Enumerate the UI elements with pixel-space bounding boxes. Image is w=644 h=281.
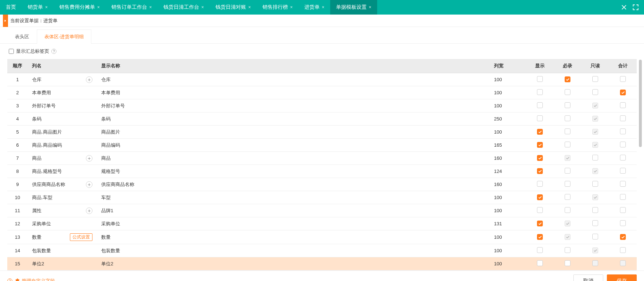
table-row[interactable]: 5商品.商品图片商品图片100 [7, 126, 637, 139]
fullscreen-icon[interactable] [632, 4, 639, 11]
tab-close-icon[interactable]: × [322, 5, 324, 10]
cell-width[interactable]: 131 [490, 217, 526, 230]
help-icon[interactable]: ? [51, 49, 56, 54]
cell-display-name[interactable]: 条码 [97, 112, 490, 126]
table-row[interactable]: 6商品.商品编码商品编码165 [7, 139, 637, 152]
vertical-scrollbar[interactable] [638, 59, 643, 270]
checkbox[interactable] [565, 194, 570, 200]
tab-close-icon[interactable]: × [97, 5, 100, 10]
checkbox[interactable] [592, 155, 598, 161]
checkbox[interactable] [592, 234, 598, 240]
cell-width[interactable]: 165 [490, 139, 526, 152]
save-button[interactable]: 保存 [607, 274, 637, 281]
checkbox[interactable] [537, 76, 543, 82]
checkbox[interactable] [620, 194, 626, 200]
checkbox[interactable] [620, 234, 626, 240]
checkbox[interactable] [620, 220, 626, 226]
add-icon[interactable]: + [86, 207, 92, 214]
table-row[interactable]: 7商品+商品160 [7, 152, 637, 165]
checkbox[interactable] [537, 221, 543, 226]
checkbox[interactable] [565, 260, 570, 266]
cell-display-name[interactable]: 仓库 [97, 73, 490, 86]
checkbox[interactable] [592, 207, 598, 213]
table-row[interactable]: 13数量公式设置数量100 [7, 230, 637, 244]
tab-close-icon[interactable]: × [45, 5, 48, 10]
checkbox[interactable] [620, 90, 626, 95]
top-tab[interactable]: 首页 [0, 0, 22, 15]
checkbox[interactable] [537, 247, 543, 253]
checkbox[interactable] [537, 129, 543, 135]
checkbox[interactable] [565, 181, 570, 187]
checkbox[interactable] [537, 102, 543, 108]
top-tab[interactable]: 进货单× [299, 0, 330, 15]
collapse-handle-icon[interactable] [3, 15, 8, 27]
tab-close-icon[interactable]: × [290, 5, 293, 10]
cell-width[interactable]: 160 [490, 152, 526, 165]
top-tab[interactable]: 销售订单工作台× [106, 0, 158, 15]
top-tab[interactable]: 钱货日清工作台× [158, 0, 210, 15]
table-row[interactable]: 14包装数量包装数量100 [7, 244, 637, 257]
checkbox[interactable] [565, 102, 570, 108]
cell-width[interactable]: 100 [490, 257, 526, 270]
cell-display-name[interactable]: 采购单位 [97, 217, 490, 230]
subtab[interactable]: 表头区 [7, 29, 37, 44]
checkbox[interactable] [620, 142, 626, 147]
checkbox[interactable] [565, 168, 570, 174]
cell-width[interactable]: 100 [490, 86, 526, 99]
cell-display-name[interactable]: 规格型号 [97, 165, 490, 178]
checkbox[interactable] [565, 89, 570, 95]
cell-display-name[interactable]: 商品 [97, 152, 490, 165]
cell-display-name[interactable]: 商品编码 [97, 139, 490, 152]
cell-width[interactable]: 160 [490, 178, 526, 191]
checkbox[interactable] [565, 207, 570, 213]
checkbox[interactable] [537, 89, 543, 95]
top-tab[interactable]: 单据模板设置× [330, 0, 377, 15]
checkbox[interactable] [620, 155, 626, 161]
add-icon[interactable]: + [86, 76, 92, 83]
cell-display-name[interactable]: 供应商商品名称 [97, 178, 490, 191]
top-tab[interactable]: 销售排行榜× [257, 0, 299, 15]
checkbox[interactable] [537, 260, 543, 266]
checkbox[interactable] [620, 128, 626, 134]
formula-tag[interactable]: 公式设置 [70, 233, 92, 241]
cell-display-name[interactable]: 数量 [97, 230, 490, 244]
checkbox[interactable] [620, 207, 626, 213]
checkbox[interactable] [565, 247, 570, 253]
subtab[interactable]: 表体区-进货单明细 [37, 29, 91, 44]
table-row[interactable]: 4条码条码250 [7, 112, 637, 126]
checkbox[interactable] [537, 168, 543, 174]
cell-display-name[interactable]: 包装数量 [97, 244, 490, 257]
checkbox[interactable] [537, 155, 543, 161]
cell-display-name[interactable]: 本单费用 [97, 86, 490, 99]
tab-close-icon[interactable]: × [248, 5, 251, 10]
cell-width[interactable]: 100 [490, 126, 526, 139]
cell-display-name[interactable]: 商品图片 [97, 126, 490, 139]
top-tab[interactable]: 销售费用分摊单× [54, 0, 106, 15]
table-row[interactable]: 3外部订单号外部订单号100 [7, 99, 637, 112]
table-row[interactable]: 11属性+品牌1100 [7, 204, 637, 217]
cell-width[interactable]: 124 [490, 165, 526, 178]
checkbox[interactable] [537, 234, 543, 240]
manage-custom-fields-link[interactable]: 管理自定义字段 [22, 278, 55, 281]
checkbox[interactable] [592, 181, 598, 187]
add-icon[interactable]: + [86, 181, 92, 188]
tab-close-icon[interactable]: × [369, 5, 371, 10]
checkbox[interactable] [592, 76, 598, 82]
cell-display-name[interactable]: 外部订单号 [97, 99, 490, 112]
checkbox[interactable] [620, 102, 626, 108]
table-row[interactable]: 9供应商商品名称+供应商商品名称160 [7, 178, 637, 191]
table-row[interactable]: 1仓库+仓库100 [7, 73, 637, 86]
cell-width[interactable]: 100 [490, 244, 526, 257]
cell-width[interactable]: 100 [490, 191, 526, 204]
tab-close-icon[interactable]: × [201, 5, 204, 10]
table-row[interactable]: 8商品.规格型号规格型号124 [7, 165, 637, 178]
checkbox[interactable] [620, 247, 626, 253]
cell-width[interactable]: 100 [490, 230, 526, 244]
checkbox[interactable] [537, 194, 543, 200]
table-row[interactable]: 10商品.车型车型100 [7, 191, 637, 204]
close-all-icon[interactable] [621, 4, 627, 11]
cell-width[interactable]: 100 [490, 73, 526, 86]
show-summary-checkbox[interactable] [9, 49, 14, 54]
top-tab[interactable]: 钱货日清对账× [210, 0, 257, 15]
table-row[interactable]: 2本单费用本单费用100 [7, 86, 637, 99]
